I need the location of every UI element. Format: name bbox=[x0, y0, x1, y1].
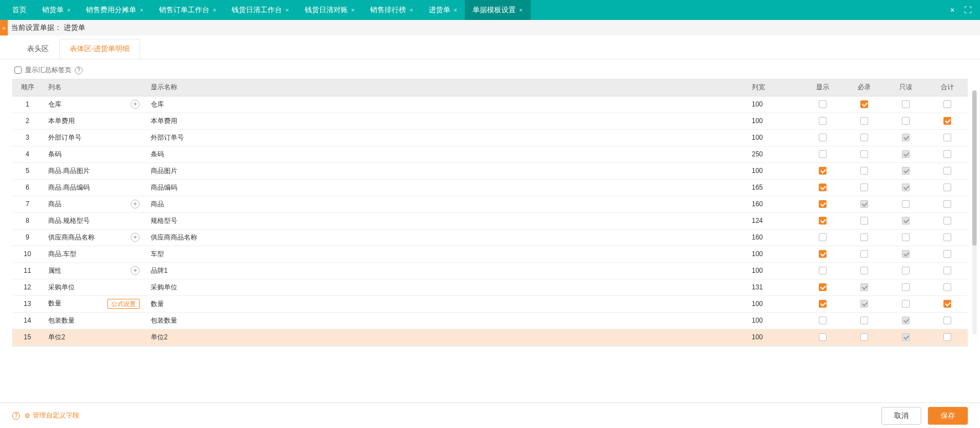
cell-width[interactable]: 100 bbox=[746, 96, 802, 113]
table-row[interactable]: 9供应商商品名称+供应商商品名称160 bbox=[12, 229, 968, 246]
close-icon[interactable]: × bbox=[454, 7, 457, 13]
cell-display[interactable]: 单位2 bbox=[145, 329, 746, 345]
checkbox[interactable] bbox=[943, 217, 951, 225]
cell-display[interactable]: 外部订单号 bbox=[145, 129, 746, 146]
close-icon[interactable]: × bbox=[285, 7, 289, 13]
checkbox[interactable] bbox=[860, 317, 868, 324]
top-tab[interactable]: 销售订单工作台× bbox=[151, 0, 224, 20]
plus-icon[interactable]: + bbox=[131, 100, 140, 109]
checkbox[interactable] bbox=[943, 184, 951, 191]
cell-display[interactable]: 品牌1 bbox=[145, 262, 746, 279]
checkbox[interactable] bbox=[860, 233, 868, 241]
plus-icon[interactable]: + bbox=[131, 266, 140, 275]
cell-display[interactable]: 数量 bbox=[145, 295, 746, 312]
checkbox[interactable] bbox=[819, 250, 827, 258]
close-icon[interactable]: × bbox=[140, 7, 143, 13]
cell-width[interactable]: 100 bbox=[746, 295, 802, 312]
cell-width[interactable]: 100 bbox=[746, 312, 802, 329]
help-icon[interactable]: ? bbox=[75, 67, 83, 74]
checkbox[interactable] bbox=[902, 134, 910, 141]
checkbox[interactable] bbox=[860, 100, 868, 108]
checkbox[interactable] bbox=[943, 233, 951, 241]
table-row[interactable]: 13数量公式设置数量100 bbox=[12, 295, 968, 312]
cell-width[interactable]: 124 bbox=[746, 212, 802, 229]
table-row[interactable]: 8商品.规格型号规格型号124 bbox=[12, 212, 968, 229]
checkbox[interactable] bbox=[860, 333, 868, 341]
cell-display[interactable]: 采购单位 bbox=[145, 279, 746, 295]
checkbox[interactable] bbox=[943, 283, 951, 291]
formula-button[interactable]: 公式设置 bbox=[107, 299, 140, 309]
close-icon[interactable]: × bbox=[67, 7, 70, 13]
top-tab[interactable]: 进货单× bbox=[421, 0, 465, 20]
cell-width[interactable]: 131 bbox=[746, 279, 802, 295]
cell-width[interactable]: 100 bbox=[746, 329, 802, 345]
checkbox[interactable] bbox=[860, 134, 868, 141]
table-row[interactable]: 4条码条码250 bbox=[12, 146, 968, 162]
table-row[interactable]: 7商品+商品160 bbox=[12, 196, 968, 212]
cell-width[interactable]: 100 bbox=[746, 162, 802, 179]
checkbox[interactable] bbox=[902, 167, 910, 175]
checkbox[interactable] bbox=[860, 267, 868, 274]
top-tab[interactable]: 销售排行榜× bbox=[362, 0, 420, 20]
checkbox[interactable] bbox=[902, 100, 910, 108]
checkbox[interactable] bbox=[902, 250, 910, 258]
cell-display[interactable]: 车型 bbox=[145, 246, 746, 262]
checkbox[interactable] bbox=[819, 333, 827, 341]
checkbox[interactable] bbox=[902, 267, 910, 274]
checkbox[interactable] bbox=[860, 283, 868, 291]
top-tab[interactable]: 首页 bbox=[4, 0, 34, 20]
checkbox[interactable] bbox=[819, 267, 827, 274]
cell-display[interactable]: 仓库 bbox=[145, 96, 746, 113]
table-row[interactable]: 3外部订单号外部订单号100 bbox=[12, 129, 968, 146]
cell-display[interactable]: 商品编码 bbox=[145, 179, 746, 196]
checkbox[interactable] bbox=[860, 250, 868, 258]
checkbox[interactable] bbox=[902, 117, 910, 125]
checkbox[interactable] bbox=[902, 233, 910, 241]
checkbox[interactable] bbox=[860, 167, 868, 175]
plus-icon[interactable]: + bbox=[131, 233, 140, 242]
cell-width[interactable]: 160 bbox=[746, 196, 802, 212]
checkbox[interactable] bbox=[902, 300, 910, 308]
checkbox[interactable] bbox=[819, 134, 827, 141]
checkbox[interactable] bbox=[860, 300, 868, 308]
checkbox[interactable] bbox=[819, 200, 827, 208]
cell-width[interactable]: 100 bbox=[746, 113, 802, 129]
checkbox[interactable] bbox=[860, 117, 868, 125]
checkbox[interactable] bbox=[819, 184, 827, 191]
cell-width[interactable]: 100 bbox=[746, 129, 802, 146]
cell-display[interactable]: 条码 bbox=[145, 146, 746, 162]
close-icon[interactable]: × bbox=[519, 7, 522, 13]
checkbox[interactable] bbox=[860, 217, 868, 225]
checkbox[interactable] bbox=[819, 233, 827, 241]
fullscreen-icon[interactable]: ⛶ bbox=[960, 2, 976, 18]
context-expand-icon[interactable]: » bbox=[0, 20, 8, 35]
cell-display[interactable]: 本单费用 bbox=[145, 113, 746, 129]
close-icon[interactable]: × bbox=[409, 7, 413, 13]
checkbox[interactable] bbox=[819, 167, 827, 175]
checkbox[interactable] bbox=[943, 150, 951, 158]
table-row[interactable]: 1仓库+仓库100 bbox=[12, 96, 968, 113]
checkbox[interactable] bbox=[902, 317, 910, 324]
top-tab[interactable]: 钱货日清对账× bbox=[297, 0, 362, 20]
checkbox[interactable] bbox=[943, 134, 951, 141]
close-all-icon[interactable]: × bbox=[945, 2, 960, 18]
table-row[interactable]: 12采购单位采购单位131 bbox=[12, 279, 968, 295]
checkbox[interactable] bbox=[943, 167, 951, 175]
checkbox[interactable] bbox=[860, 200, 868, 208]
table-row[interactable]: 6商品.商品编码商品编码165 bbox=[12, 179, 968, 196]
checkbox[interactable] bbox=[943, 250, 951, 258]
show-summary-checkbox[interactable] bbox=[14, 67, 22, 74]
checkbox[interactable] bbox=[902, 150, 910, 158]
table-row[interactable]: 15单位2单位2100 bbox=[12, 329, 968, 345]
cell-width[interactable]: 160 bbox=[746, 229, 802, 246]
table-row[interactable]: 5商品.商品图片商品图片100 bbox=[12, 162, 968, 179]
top-tab[interactable]: 钱货日清工作台× bbox=[224, 0, 296, 20]
table-row[interactable]: 14包装数量包装数量100 bbox=[12, 312, 968, 329]
checkbox[interactable] bbox=[819, 300, 827, 308]
checkbox[interactable] bbox=[860, 150, 868, 158]
cell-width[interactable]: 100 bbox=[746, 262, 802, 279]
checkbox[interactable] bbox=[819, 217, 827, 225]
table-row[interactable]: 10商品.车型车型100 bbox=[12, 246, 968, 262]
table-row[interactable]: 11属性+品牌1100 bbox=[12, 262, 968, 279]
checkbox[interactable] bbox=[943, 100, 951, 108]
